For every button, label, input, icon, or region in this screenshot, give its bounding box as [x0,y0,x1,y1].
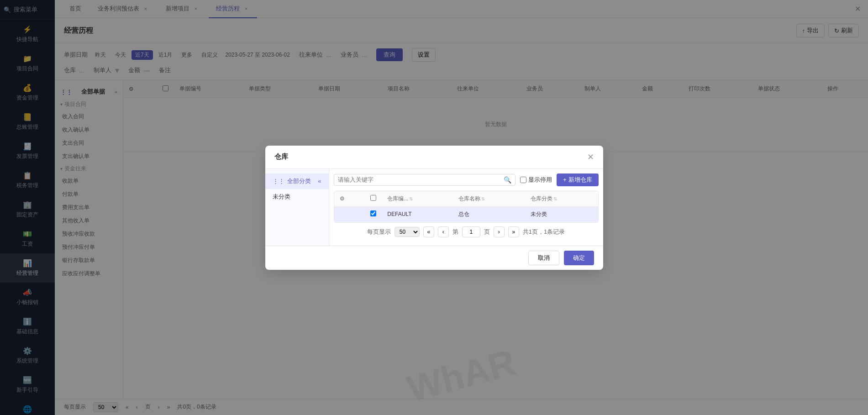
modal-overlay[interactable]: 仓库 ✕ ⋮⋮ 全部分类 « 未分类 [0,0,868,415]
modal-page-first-btn[interactable]: « [423,226,434,237]
modal-page-size-select[interactable]: 50 100 [395,227,420,237]
modal-left-all[interactable]: ⋮⋮ 全部分类 « [265,173,329,189]
modal-body: ⋮⋮ 全部分类 « 未分类 🔍 显示停 [265,169,603,246]
modal-toolbar: 🔍 显示停用 + 新增仓库 [334,173,599,186]
modal-settings-icon[interactable]: ⚙ [340,195,345,202]
modal-row-category: 未分类 [525,206,598,222]
modal-select-all[interactable] [370,195,376,201]
modal-row-checkbox[interactable] [370,210,376,216]
modal-table-row[interactable]: DEFAULT 总仓 未分类 [334,206,598,222]
modal-col-checkbox [365,191,382,207]
modal-close-btn[interactable]: ✕ [587,152,594,162]
modal-right-panel: 🔍 显示停用 + 新增仓库 [329,169,603,246]
modal-row-code: DEFAULT [382,206,452,222]
grid-icon: ⋮⋮ [273,178,284,184]
modal-col-category: 仓库分类⇅ [525,191,598,207]
search-input-wrap: 🔍 [334,174,516,186]
add-icon: + [563,176,567,183]
modal-page-prev-btn[interactable]: ‹ [438,226,449,237]
modal-left-uncat-label: 未分类 [273,193,290,200]
modal-title: 仓库 [274,152,288,161]
modal-page-prefix: 第 [452,228,458,236]
modal-table: ⚙ 仓库编...⇅ 仓库名称⇅ 仓库分类⇅ [334,191,598,222]
modal-footer: 取消 确定 [265,246,603,270]
modal-warehouse: 仓库 ✕ ⋮⋮ 全部分类 « 未分类 [265,146,603,270]
modal-page-next-btn[interactable]: › [494,226,505,237]
modal-row-name: 总仓 [453,206,526,222]
modal-left-all-label: 全部分类 [287,177,311,185]
modal-col-code: 仓库编...⇅ [382,191,452,207]
modal-page-last-btn[interactable]: » [508,226,519,237]
add-warehouse-label: 新增仓库 [568,176,592,184]
modal-row-checkbox-cell [365,206,382,222]
modal-page-suffix: 页 [484,228,490,236]
modal-row-settings [334,206,365,222]
show-disabled-wrap: 显示停用 [520,176,552,184]
collapse-left-icon[interactable]: « [318,178,321,184]
modal-col-settings: ⚙ [334,191,365,207]
show-disabled-checkbox[interactable] [520,177,526,183]
modal-header: 仓库 ✕ [265,146,603,169]
search-icon: 🔍 [504,176,511,184]
modal-total-info: 共1页，1条记录 [523,228,565,236]
modal-left-panel: ⋮⋮ 全部分类 « 未分类 [265,169,329,246]
modal-pagination: 每页显示 50 100 « ‹ 第 页 › » 共1页，1条记录 [334,223,599,241]
modal-table-wrap: ⚙ 仓库编...⇅ 仓库名称⇅ 仓库分类⇅ [334,191,599,223]
confirm-button[interactable]: 确定 [564,251,594,265]
modal-page-size-label: 每页显示 [367,228,391,236]
show-disabled-label: 显示停用 [528,176,552,184]
add-warehouse-button[interactable]: + 新增仓库 [557,173,599,186]
modal-col-name: 仓库名称⇅ [453,191,526,207]
warehouse-search-input[interactable] [338,176,504,183]
modal-left-uncat[interactable]: 未分类 [265,189,329,205]
cancel-button[interactable]: 取消 [528,251,559,265]
modal-page-input[interactable] [462,226,480,237]
